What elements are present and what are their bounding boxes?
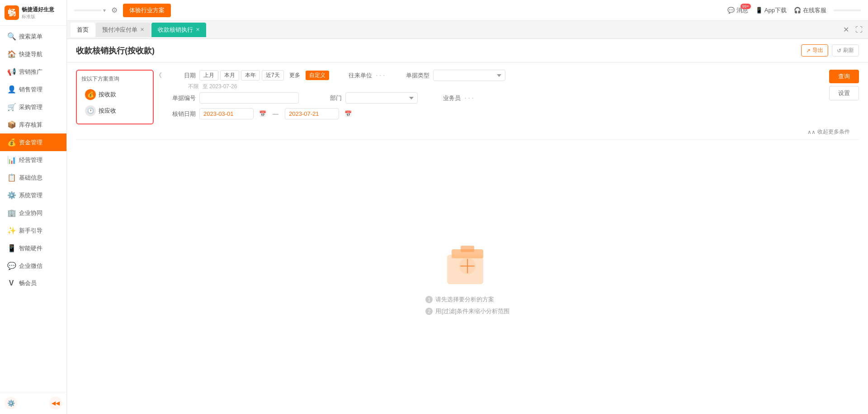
tab-close-all-button[interactable]: ✕ bbox=[841, 24, 851, 35]
date-this-year-button[interactable]: 本年 bbox=[241, 70, 260, 81]
sidebar-item-operations[interactable]: 📊 经营管理 bbox=[0, 151, 66, 169]
topbar-gear-icon[interactable]: ⚙ bbox=[111, 6, 118, 14]
industry-solution-button[interactable]: 体验行业方案 bbox=[123, 4, 171, 17]
filter-content: 按以下方案查询 💰 按收款 🕐 按应收 《 bbox=[76, 70, 859, 124]
topbar-message-button[interactable]: 💬 消息 99+ bbox=[727, 6, 748, 14]
wechat-icon: 💬 bbox=[7, 262, 15, 270]
verify-date-field: 核销日期 📅 — 📅 bbox=[171, 108, 352, 119]
marketing-icon: 📢 bbox=[7, 67, 15, 76]
date-range-separator: — bbox=[273, 110, 278, 117]
sidebar-item-quicknav[interactable]: 🏠 快捷导航 bbox=[0, 45, 66, 63]
empty-illustration bbox=[438, 237, 497, 286]
app-logo-icon: 畅 bbox=[5, 5, 19, 20]
tab-collection-close-icon[interactable]: ✕ bbox=[196, 27, 200, 33]
guide-icon: ✨ bbox=[7, 226, 15, 235]
voucher-type-select[interactable] bbox=[433, 70, 505, 81]
dept-select[interactable] bbox=[345, 92, 418, 104]
sidebar-nav: 🔍 搜索菜单 🏠 快捷导航 📢 营销推广 👤 销售管理 🛒 采购管理 📦 库存核… bbox=[0, 26, 66, 392]
app-logo-text: 畅捷通好生意 标准版 bbox=[22, 6, 54, 20]
tab-prepay-close-icon[interactable]: ✕ bbox=[140, 27, 144, 33]
verify-date-end-input[interactable] bbox=[285, 108, 339, 119]
voucher-no-field: 单据编号 bbox=[171, 92, 299, 104]
home-icon: 🏠 bbox=[7, 50, 15, 58]
page-title: 收款核销执行(按收款) bbox=[76, 45, 155, 56]
verify-date-label: 核销日期 bbox=[171, 110, 196, 118]
topbar-app-download[interactable]: 📱 App下载 bbox=[755, 6, 787, 14]
dept-label: 部门 bbox=[317, 94, 342, 102]
refresh-icon: ↺ bbox=[837, 48, 841, 54]
topbar-online-service[interactable]: 🎧 在线客服 bbox=[794, 6, 826, 14]
export-button[interactable]: ↗ 导出 bbox=[801, 44, 828, 57]
receivable-option-icon: 🕐 bbox=[85, 105, 96, 116]
main-area: ▾ ⚙ 体验行业方案 💬 消息 99+ 📱 App下载 🎧 在线客服 首页 bbox=[67, 0, 868, 414]
sidebar-item-member[interactable]: V 畅会员 bbox=[0, 275, 66, 292]
voucher-no-input[interactable] bbox=[199, 92, 299, 104]
collapse-more-button[interactable]: ∧∧ 收起更多条件 bbox=[807, 128, 850, 136]
topbar-brand: ▾ bbox=[74, 7, 106, 14]
sidebar-item-inventory[interactable]: 📦 库存核算 bbox=[0, 116, 66, 133]
verify-date-start-input[interactable] bbox=[199, 108, 254, 119]
purchase-icon: 🛒 bbox=[7, 103, 15, 111]
tabbar-controls: ✕ ⛶ bbox=[841, 24, 864, 35]
calendar-end-icon[interactable]: 📅 bbox=[344, 110, 352, 117]
sidebar-item-guide[interactable]: ✨ 新手引导 bbox=[0, 222, 66, 239]
counterpart-field: 往来单位 ··· bbox=[347, 71, 387, 80]
sidebar-collapse-button[interactable]: ◀◀ bbox=[49, 397, 62, 409]
operations-icon: 📊 bbox=[7, 156, 15, 164]
export-icon: ↗ bbox=[806, 48, 811, 54]
sidebar-item-search[interactable]: 🔍 搜索菜单 bbox=[0, 28, 66, 45]
tab-home[interactable]: 首页 bbox=[71, 23, 95, 37]
date-shortcuts: 上月 本月 本年 近7天 更多 自定义 bbox=[199, 70, 329, 81]
staff-field: 业务员 ··· bbox=[436, 93, 475, 103]
inventory-icon: 📦 bbox=[7, 120, 15, 129]
sidebar-item-hardware[interactable]: 📱 智能硬件 bbox=[0, 239, 66, 257]
panel-collapse-arrow[interactable]: 《 bbox=[154, 70, 164, 81]
tab-expand-button[interactable]: ⛶ bbox=[854, 24, 864, 35]
sales-icon: 👤 bbox=[7, 85, 15, 94]
voucher-type-field: 单据类型 bbox=[405, 70, 505, 81]
page-header: 收款核销执行(按收款) ↗ 导出 ↺ 刷新 bbox=[67, 39, 868, 62]
filter-panel-title: 按以下方案查询 bbox=[81, 75, 148, 83]
date-last-month-button[interactable]: 上月 bbox=[199, 70, 218, 81]
sidebar-item-system[interactable]: ⚙️ 系统管理 bbox=[0, 186, 66, 204]
topbar-user-name[interactable] bbox=[834, 10, 861, 11]
tab-collection[interactable]: 收款核销执行 ✕ bbox=[151, 23, 206, 37]
calendar-start-icon[interactable]: 📅 bbox=[259, 110, 266, 117]
system-icon: ⚙️ bbox=[7, 191, 15, 200]
staff-dots[interactable]: ··· bbox=[464, 93, 475, 103]
sidebar-logo: 畅 畅捷通好生意 标准版 bbox=[0, 0, 66, 26]
counterpart-dots[interactable]: ··· bbox=[376, 71, 387, 80]
sidebar-item-marketing[interactable]: 📢 营销推广 bbox=[0, 63, 66, 81]
date-label: 日期 bbox=[171, 71, 196, 80]
content-area: 收款核销执行(按收款) ↗ 导出 ↺ 刷新 按以下方案查询 bbox=[67, 39, 868, 414]
empty-text: 1 请先选择要分析的方案 2 用[过滤]条件来缩小分析范围 bbox=[425, 294, 509, 317]
refresh-button[interactable]: ↺ 刷新 bbox=[832, 44, 859, 57]
settings-bottom-icon[interactable]: ⚙️ bbox=[5, 397, 17, 409]
sidebar-item-finance[interactable]: 💰 资金管理 bbox=[0, 133, 66, 151]
filter-option-by-receipt[interactable]: 💰 按收款 bbox=[81, 86, 148, 103]
filter-form: 日期 上月 本月 本年 近7天 更多 自定义 bbox=[164, 70, 859, 124]
tab-prepay[interactable]: 预付冲应付单 ✕ bbox=[96, 23, 151, 37]
date-field: 日期 上月 本月 本年 近7天 更多 自定义 bbox=[171, 70, 329, 81]
sidebar-item-sales[interactable]: 👤 销售管理 bbox=[0, 81, 66, 98]
date-until-text: 至 2023-07-26 bbox=[203, 83, 237, 90]
date-last7days-button[interactable]: 近7天 bbox=[262, 70, 284, 81]
topbar-right: 💬 消息 99+ 📱 App下载 🎧 在线客服 bbox=[727, 6, 861, 14]
topbar-chevron-icon[interactable]: ▾ bbox=[103, 7, 106, 14]
sidebar-item-collab[interactable]: 🏢 企业协同 bbox=[0, 204, 66, 222]
sidebar-item-basicinfo[interactable]: 📋 基础信息 bbox=[0, 169, 66, 186]
query-actions: 查询 设置 bbox=[829, 70, 859, 100]
sidebar-item-purchase[interactable]: 🛒 采购管理 bbox=[0, 98, 66, 116]
date-more-button[interactable]: 更多 bbox=[286, 71, 304, 80]
sidebar: 畅 畅捷通好生意 标准版 🔍 搜索菜单 🏠 快捷导航 📢 营销推广 👤 销售管理… bbox=[0, 0, 67, 414]
filter-option-by-receivable[interactable]: 🕐 按应收 bbox=[81, 103, 148, 119]
empty-hint-1: 1 请先选择要分析的方案 bbox=[425, 294, 509, 305]
collapse-more-container: ∧∧ 收起更多条件 bbox=[76, 124, 859, 140]
sidebar-item-wechat[interactable]: 💬 企业微信 bbox=[0, 257, 66, 275]
staff-label: 业务员 bbox=[436, 94, 461, 102]
settings-button[interactable]: 设置 bbox=[829, 86, 859, 100]
date-custom-badge[interactable]: 自定义 bbox=[306, 71, 329, 80]
date-this-month-button[interactable]: 本月 bbox=[220, 70, 239, 81]
query-button[interactable]: 查询 bbox=[829, 70, 859, 83]
message-badge: 99+ bbox=[741, 4, 751, 9]
